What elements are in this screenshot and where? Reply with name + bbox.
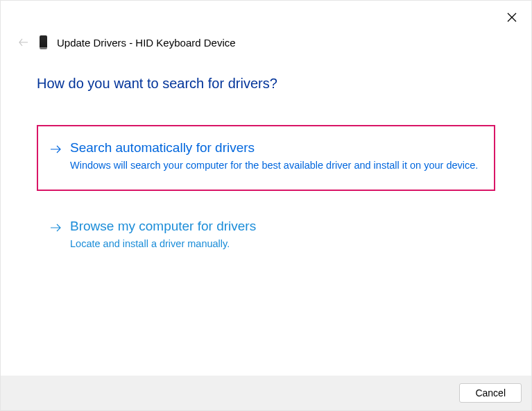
close-icon xyxy=(507,12,517,22)
option-search-automatically[interactable]: Search automatically for drivers Windows… xyxy=(37,125,495,191)
dialog-content: How do you want to search for drivers? S… xyxy=(37,76,495,282)
device-icon xyxy=(40,35,47,49)
option-description: Windows will search your computer for th… xyxy=(70,158,483,173)
option-text: Browse my computer for drivers Locate an… xyxy=(70,219,483,251)
cancel-button[interactable]: Cancel xyxy=(459,383,522,403)
dialog-header: Update Drivers - HID Keyboard Device xyxy=(17,35,236,49)
dialog-title: Update Drivers - HID Keyboard Device xyxy=(57,37,236,49)
arrow-right-icon xyxy=(49,221,62,234)
dialog-footer: Cancel xyxy=(1,376,531,410)
back-button[interactable] xyxy=(17,36,30,49)
option-text: Search automatically for drivers Windows… xyxy=(70,140,483,173)
option-title: Search automatically for drivers xyxy=(70,140,483,156)
arrow-right-icon xyxy=(49,143,62,156)
option-title: Browse my computer for drivers xyxy=(70,219,483,234)
option-browse-computer[interactable]: Browse my computer for drivers Locate an… xyxy=(37,203,495,269)
close-button[interactable] xyxy=(505,10,519,24)
question-heading: How do you want to search for drivers? xyxy=(37,76,495,92)
back-arrow-icon xyxy=(19,38,28,47)
option-description: Locate and install a driver manually. xyxy=(70,237,483,251)
